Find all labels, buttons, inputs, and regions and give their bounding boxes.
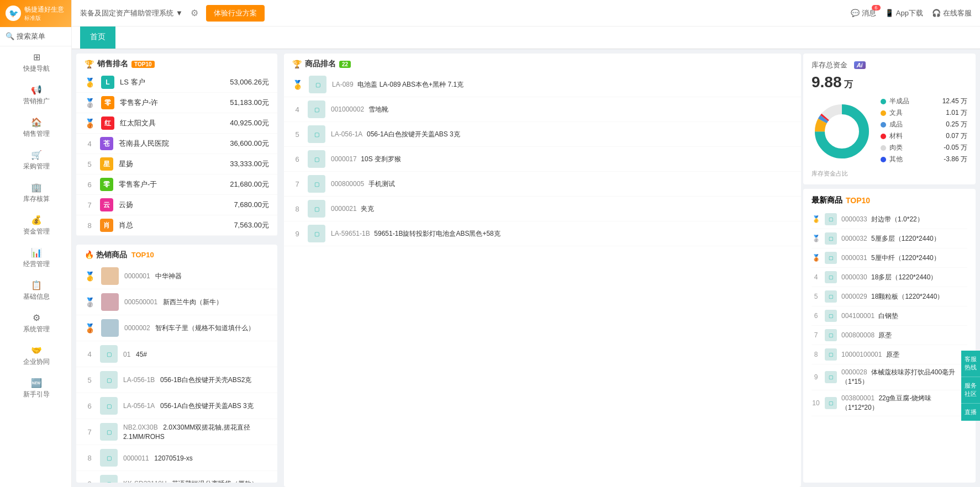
customer-ranking-row: 7 云 云扬 7,680.00元 bbox=[76, 195, 277, 215]
product-placeholder: ▢ bbox=[100, 449, 118, 467]
dropdown-arrow-icon: ▼ bbox=[176, 9, 183, 17]
product-placeholder: ▢ bbox=[308, 200, 325, 218]
product-thumbnail bbox=[101, 319, 119, 337]
hot-product-row: 8 ▢ 0000011 12070519-xs bbox=[76, 445, 277, 471]
product-placeholder: ▢ bbox=[308, 150, 325, 168]
customer-ranking-row: 4 苍 苍南县人民医院 36,600.00元 bbox=[76, 134, 277, 154]
product-thumbnail bbox=[101, 293, 119, 311]
logo-text: 畅捷通好生意 标准版 bbox=[24, 6, 64, 22]
system-icon: ⚙ bbox=[33, 313, 40, 323]
hot-product-row: 4 ▢ 01 45# bbox=[76, 341, 277, 367]
new-product-row: 5 ▢ 0000029 18颗粒板（1220*2440） bbox=[812, 287, 967, 306]
shortcut-icon: ⊞ bbox=[33, 52, 40, 62]
new-product-thumb: ▢ bbox=[825, 348, 837, 361]
header-right: 💬 消息 6 📱 App下载 🎧 在线客服 bbox=[851, 8, 972, 18]
hot-product-row: 7 ▢ NB2.0X30B 2.0X30MM双搓花轴,搓花直径2.1MM/ROH… bbox=[76, 419, 277, 445]
system-title-dropdown[interactable]: 装备及固定资产辅助管理系统 ▼ bbox=[80, 8, 183, 18]
headset-icon: 🎧 bbox=[932, 9, 941, 17]
app-download-link[interactable]: 📱 App下载 bbox=[885, 8, 923, 18]
new-product-row: 6 ▢ 004100001 白钢垫 bbox=[812, 306, 967, 326]
legend-item-finished: 成品 0.25 万 bbox=[881, 120, 967, 129]
product-ranking-row: 🥇 ▢ LA-089 电池盖 LA-089 ABS本色+黑种 7.1克 bbox=[284, 72, 801, 97]
sidebar-nav: ⊞ 快捷导航 📢 营销推广 🏠 销售管理 🛒 采购管理 🏢 库存核算 💰 资金管… bbox=[0, 46, 71, 487]
new-product-thumb: ▢ bbox=[825, 329, 837, 341]
legend-dot bbox=[881, 134, 886, 139]
sidebar-item-enterprise[interactable]: 🤝 企业协同 bbox=[0, 340, 71, 372]
customer-service-float-btn[interactable]: 客服 热线 bbox=[961, 351, 980, 377]
sidebar-item-shortcut[interactable]: ⊞ 快捷导航 bbox=[0, 46, 71, 79]
product-placeholder: ▢ bbox=[308, 100, 325, 118]
new-product-thumb: ▢ bbox=[825, 397, 837, 409]
donut-legend: 半成品 12.45 万 文具 1.01 万 成品 0.25 万 bbox=[881, 97, 967, 166]
new-product-row: 🥉 ▢ 0000031 5厘中纤（1220*2440） bbox=[812, 248, 967, 268]
hot-product-row: 🥉 0000002 智利车子里（规格不知道填什么） bbox=[76, 315, 277, 341]
donut-chart-area: 半成品 12.45 万 文具 1.01 万 成品 0.25 万 bbox=[812, 97, 967, 166]
direct-float-btn[interactable]: 直播 bbox=[961, 404, 980, 421]
basic-icon: 📋 bbox=[31, 280, 42, 290]
new-product-thumb: ▢ bbox=[825, 271, 837, 283]
inventory-card: 库存总资金 Ai 9.88 万 bbox=[803, 54, 976, 184]
operations-icon: 📊 bbox=[31, 247, 42, 258]
sales-icon: 🏠 bbox=[31, 117, 42, 128]
product-placeholder: ▢ bbox=[308, 225, 325, 242]
new-products-title: 最新商品 TOP10 bbox=[812, 195, 967, 205]
settings-icon[interactable]: ⚙ bbox=[191, 8, 198, 18]
inventory-amount: 9.88 万 bbox=[812, 73, 967, 91]
customer-ranking-row: 6 零 零售客户-于 21,680.00元 bbox=[76, 174, 277, 195]
legend-item-meat: 肉类 -0.05 万 bbox=[881, 143, 967, 152]
customer-avatar: 红 bbox=[101, 117, 114, 130]
tab-home[interactable]: 首页 bbox=[80, 27, 115, 49]
donut-chart bbox=[812, 101, 872, 162]
product-ranking-row: 6 ▢ 0000017 10S 变刹罗猴 bbox=[284, 147, 801, 172]
legend-item-stationery: 文具 1.01 万 bbox=[881, 108, 967, 118]
logo-icon: 🐦 bbox=[6, 6, 21, 21]
product-placeholder: ▢ bbox=[308, 175, 325, 193]
hot-products-header: 🔥 热销商品 TOP10 bbox=[76, 245, 277, 263]
marketing-icon: 📢 bbox=[31, 84, 42, 95]
product-ranking-row: 5 ▢ LA-056-1A 056-1A白色按键开关盖ABS 3克 bbox=[284, 122, 801, 147]
left-panel: 🏆 销售排名 TOP10 🥇 L LS 客户 53,006.26元 🥈 零 零售… bbox=[72, 49, 282, 487]
sidebar-item-purchase[interactable]: 🛒 采购管理 bbox=[0, 144, 71, 177]
new-product-row: 8 ▢ 10000100001 原垄 bbox=[812, 345, 967, 364]
message-badge[interactable]: 💬 消息 6 bbox=[851, 8, 876, 18]
experience-button[interactable]: 体验行业方案 bbox=[206, 5, 265, 22]
new-product-thumb: ▢ bbox=[825, 252, 837, 264]
customer-avatar: 零 bbox=[100, 178, 113, 191]
inventory-title: 库存总资金 Ai bbox=[812, 60, 967, 70]
bronze-medal-icon: 🥉 bbox=[85, 323, 96, 334]
new-product-row: 🥈 ▢ 0000032 5厘多层（1220*2440） bbox=[812, 229, 967, 248]
sidebar-item-operations[interactable]: 📊 经营管理 bbox=[0, 242, 71, 274]
sidebar-item-basic[interactable]: 📋 基础信息 bbox=[0, 274, 71, 307]
legend-item-semifinished: 半成品 12.45 万 bbox=[881, 97, 967, 106]
online-service-link[interactable]: 🎧 在线客服 bbox=[932, 8, 972, 18]
flame-icon: 🔥 bbox=[85, 250, 94, 259]
product-placeholder: ▢ bbox=[308, 125, 325, 143]
sidebar-item-marketing[interactable]: 📢 营销推广 bbox=[0, 79, 71, 112]
search-menu[interactable]: 🔍 搜索菜单 bbox=[0, 27, 71, 46]
sidebar-logo: 🐦 畅捷通好生意 标准版 bbox=[0, 0, 71, 27]
hot-product-row: 6 ▢ LA-056-1A 056-1A白色按键开关盖ABS 3克 bbox=[76, 393, 277, 419]
silver-medal-icon: 🥈 bbox=[85, 297, 96, 308]
legend-item-other: 其他 -3.86 万 bbox=[881, 155, 967, 164]
customer-ranking-section: 🏆 销售排名 TOP10 🥇 L LS 客户 53,006.26元 🥈 零 零售… bbox=[76, 54, 277, 236]
system-title-text: 装备及固定资产辅助管理系统 bbox=[80, 8, 173, 18]
sidebar-item-system[interactable]: ⚙ 系统管理 bbox=[0, 307, 71, 340]
legend-item-material: 材料 0.07 万 bbox=[881, 131, 967, 141]
gold-medal-icon: 🥇 bbox=[85, 77, 96, 88]
sidebar-item-guide[interactable]: 🆕 新手引导 bbox=[0, 372, 71, 405]
hot-products-section: 🔥 热销商品 TOP10 🥇 0000001 中华神器 🥈 bbox=[76, 245, 277, 483]
hot-product-row: 9 ▢ KK-SD22110H 花语萌恒温分离睡袋（厚款） bbox=[76, 471, 277, 483]
purchase-icon: 🛒 bbox=[31, 150, 42, 160]
phone-icon: 📱 bbox=[885, 9, 894, 17]
float-buttons: 客服 热线 服务 社区 直播 bbox=[961, 351, 980, 421]
search-icon: 🔍 bbox=[6, 32, 14, 40]
sidebar-item-finance[interactable]: 💰 资金管理 bbox=[0, 209, 71, 242]
sidebar-item-sales[interactable]: 🏠 销售管理 bbox=[0, 112, 71, 144]
legend-dot bbox=[881, 157, 886, 162]
legend-dot bbox=[881, 145, 886, 151]
customer-avatar: L bbox=[101, 76, 114, 89]
service-community-float-btn[interactable]: 服务 社区 bbox=[961, 377, 980, 404]
sidebar-item-inventory[interactable]: 🏢 库存核算 bbox=[0, 177, 71, 209]
gold-medal-icon: 🥇 bbox=[85, 271, 96, 282]
product-placeholder: ▢ bbox=[100, 475, 118, 483]
